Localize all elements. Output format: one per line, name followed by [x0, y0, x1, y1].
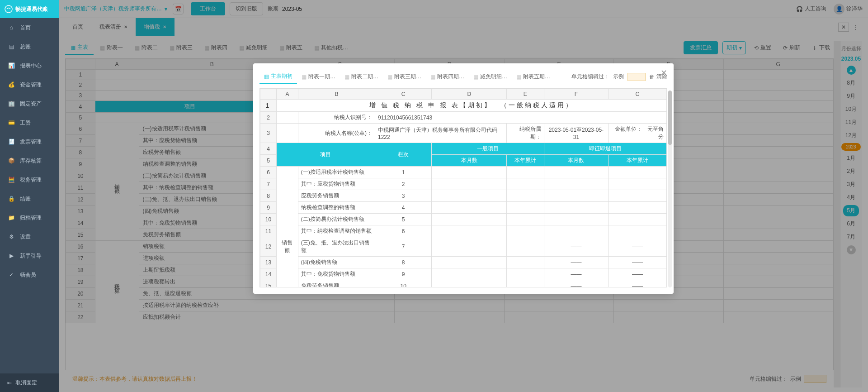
- chart-icon: 📊: [7, 62, 15, 70]
- modal-tab-label: 附表五期…: [523, 73, 550, 81]
- invoice-icon: 🧾: [7, 138, 15, 146]
- asset-icon: 🏢: [7, 100, 15, 108]
- sidebar-item-gear[interactable]: ⚙设置: [0, 227, 59, 246]
- sidebar-item-label: 税务管理: [20, 176, 42, 184]
- modal-tab[interactable]: ▦附表三期…: [383, 70, 426, 84]
- sidebar-item-label: 归档管理: [20, 214, 42, 222]
- modal-tab-label: 减免明细…: [480, 73, 507, 81]
- sidebar-item-vip[interactable]: ✓畅会员: [0, 265, 59, 284]
- pin-icon: ⇤: [7, 380, 12, 386]
- doc-icon: ▦: [264, 73, 269, 80]
- modal-tab[interactable]: ▦附表五期…: [512, 70, 555, 84]
- doc-icon: ▦: [344, 74, 349, 80]
- sidebar-item-guide[interactable]: ▶新手引导: [0, 246, 59, 265]
- example-swatch: [627, 73, 646, 81]
- salary-icon: 💳: [7, 119, 15, 127]
- doc-icon: ▦: [430, 74, 435, 80]
- modal-tab[interactable]: ▦附表一期…: [297, 70, 340, 84]
- ledger-icon: ▤: [7, 43, 15, 51]
- sidebar-item-label: 结账: [20, 195, 31, 203]
- gear-icon: ⚙: [7, 233, 15, 241]
- sidebar-item-label: 固定资产: [20, 100, 42, 108]
- sidebar-item-salary[interactable]: 💳工资: [0, 113, 59, 132]
- modal-tab[interactable]: ▦附表四期…: [426, 70, 469, 84]
- stock-icon: 📦: [7, 157, 15, 165]
- logo-icon: [5, 5, 13, 13]
- sidebar-item-label: 首页: [20, 24, 31, 32]
- modal-tab-label: 附表二期…: [351, 73, 378, 81]
- doc-icon: ▦: [516, 74, 521, 80]
- sidebar-item-tax[interactable]: 🧮税务管理: [0, 170, 59, 189]
- sidebar: 畅捷通易代账 ⌂首页▤总账📊报表中心💰资金管理🏢固定资产💳工资🧾发票管理📦库存核…: [0, 0, 59, 392]
- modal-tab-label: 附表四期…: [437, 73, 464, 81]
- cell-edited-label: 单元格编辑过：: [571, 73, 609, 81]
- modal-tab-label: 附表三期…: [394, 73, 421, 81]
- sidebar-item-label: 畅会员: [20, 271, 36, 279]
- sidebar-item-label: 设置: [20, 233, 31, 241]
- modal-close-button[interactable]: ✕: [660, 68, 667, 78]
- sidebar-item-home[interactable]: ⌂首页: [0, 18, 59, 37]
- unpin-button[interactable]: ⇤ 取消固定: [0, 373, 59, 392]
- home-icon: ⌂: [7, 24, 15, 32]
- sidebar-item-stock[interactable]: 📦库存核算: [0, 151, 59, 170]
- brand-logo: 畅捷通易代账: [0, 0, 59, 18]
- sidebar-item-archive[interactable]: 📁归档管理: [0, 208, 59, 227]
- modal-tab[interactable]: ▦主表期初: [259, 70, 297, 84]
- sidebar-item-asset[interactable]: 🏢固定资产: [0, 94, 59, 113]
- guide-icon: ▶: [7, 252, 15, 260]
- sidebar-item-label: 新手引导: [20, 252, 42, 260]
- sidebar-item-invoice[interactable]: 🧾发票管理: [0, 132, 59, 151]
- doc-icon: ▦: [387, 74, 392, 80]
- vip-icon: ✓: [7, 271, 15, 279]
- init-modal: ✕ ▦主表期初▦附表一期…▦附表二期…▦附表三期…▦附表四期…▦减免明细…▦附表…: [253, 63, 674, 294]
- modal-tab-label: 附表一期…: [308, 73, 335, 81]
- sidebar-item-label: 报表中心: [20, 62, 42, 70]
- close-period-icon: 🔒: [7, 195, 15, 203]
- doc-icon: ▦: [302, 74, 307, 80]
- sidebar-item-close-period[interactable]: 🔒结账: [0, 189, 59, 208]
- modal-overlay: ✕ ▦主表期初▦附表一期…▦附表二期…▦附表三期…▦附表四期…▦减免明细…▦附表…: [59, 0, 868, 392]
- modal-tab[interactable]: ▦减免明细…: [469, 70, 512, 84]
- sidebar-item-label: 总账: [20, 43, 31, 51]
- sidebar-item-label: 资金管理: [20, 81, 42, 89]
- svg-point-0: [5, 5, 12, 13]
- modal-spreadsheet[interactable]: ABCDEFG1增 值 税 纳 税 申 报 表【期初】 （一般纳税人适用）2纳税…: [259, 88, 667, 287]
- sidebar-item-label: 工资: [20, 119, 31, 127]
- modal-tab-label: 主表期初: [271, 72, 292, 80]
- example-label: 示例: [613, 73, 624, 81]
- tax-icon: 🧮: [7, 176, 15, 184]
- sidebar-item-chart[interactable]: 📊报表中心: [0, 56, 59, 75]
- doc-icon: ▦: [473, 74, 478, 80]
- sidebar-item-money[interactable]: 💰资金管理: [0, 75, 59, 94]
- sidebar-item-ledger[interactable]: ▤总账: [0, 37, 59, 56]
- sidebar-item-label: 库存核算: [20, 157, 42, 165]
- sidebar-item-label: 发票管理: [20, 138, 42, 146]
- archive-icon: 📁: [7, 214, 15, 222]
- trash-icon: 🗑: [649, 74, 655, 80]
- money-icon: 💰: [7, 81, 15, 89]
- modal-tab[interactable]: ▦附表二期…: [340, 70, 383, 84]
